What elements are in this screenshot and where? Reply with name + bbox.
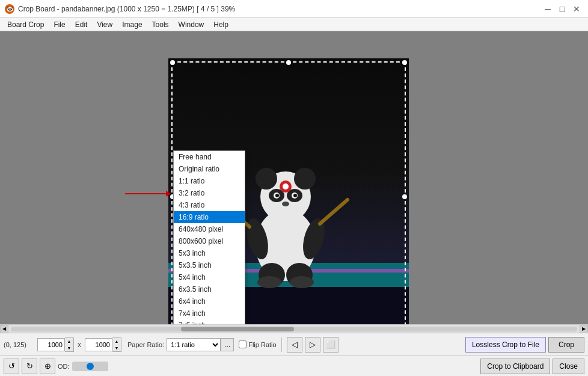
more-options-button[interactable]: ... (221, 338, 234, 351)
menu-help[interactable]: Help (209, 19, 233, 30)
dropdown-item[interactable]: 7x5 inch (174, 319, 245, 324)
menu-file[interactable]: File (49, 19, 70, 30)
flip-ratio-checkbox[interactable] (239, 341, 247, 348)
height-input[interactable] (85, 338, 112, 351)
crop-to-clipboard-btn[interactable]: Crop to Clipboard (480, 359, 550, 374)
arrow-indicator (125, 193, 167, 194)
window-title: Crop Board - pandabanner.jpg (1000 x 125… (18, 5, 541, 13)
arrow-left-btn[interactable]: ◁ (287, 337, 302, 353)
arrow-right-btn[interactable]: ▷ (305, 337, 320, 353)
dropdown-item[interactable]: 6x3.5 inch (174, 283, 245, 295)
dropdown-item[interactable]: 800x600 pixel (174, 235, 245, 247)
separator-1 (281, 337, 282, 352)
width-spin-down[interactable]: ▼ (65, 345, 73, 351)
dropdown-item[interactable]: Original ratio (174, 163, 245, 175)
dropdown-item[interactable]: 16:9 ratio (174, 211, 245, 223)
svg-point-6 (294, 168, 316, 190)
svg-point-15 (283, 183, 289, 190)
flip-ratio-label: Flip Ratio (248, 341, 276, 348)
menu-edit[interactable]: Edit (70, 19, 93, 30)
svg-point-13 (282, 202, 289, 206)
fullscreen-btn[interactable]: ⬜ (323, 337, 338, 353)
od-label: OD: (58, 363, 70, 370)
dropdown-item[interactable]: Free hand (174, 151, 245, 163)
scroll-left-btn[interactable]: ◀ (0, 325, 8, 333)
od-slider[interactable] (72, 362, 108, 371)
center-btn[interactable]: ⊕ (40, 359, 55, 374)
arrow-line (125, 193, 167, 194)
menu-image[interactable]: Image (117, 19, 147, 30)
scroll-right-btn[interactable]: ▶ (580, 325, 588, 333)
ratio-select[interactable]: Free handOriginal ratio1:1 ratio3:2 rati… (167, 338, 221, 351)
dropdown-item[interactable]: 6x4 inch (174, 295, 245, 307)
dropdown-item[interactable]: 7x4 inch (174, 307, 245, 319)
x-separator: x (76, 341, 82, 349)
dropdown-item[interactable]: 3:2 ratio (174, 187, 245, 199)
menu-tools[interactable]: Tools (147, 19, 174, 30)
svg-point-5 (256, 168, 277, 190)
svg-point-23 (290, 276, 314, 288)
flip-ratio-checkbox-wrapper: Flip Ratio (239, 341, 276, 348)
ratio-select-wrapper: Free handOriginal ratio1:1 ratio3:2 rati… (167, 338, 234, 351)
dropdown-item[interactable]: 4:3 ratio (174, 199, 245, 211)
horizontal-scrollbar[interactable]: ◀ ▶ (0, 324, 588, 333)
height-spin-up[interactable]: ▲ (112, 338, 121, 345)
coord-display: (0, 125) (4, 341, 35, 348)
rotate-cw-btn[interactable]: ↻ (22, 359, 37, 374)
dropdown-item[interactable]: 5x4 inch (174, 271, 245, 283)
width-spin-buttons: ▲ ▼ (65, 337, 74, 352)
svg-point-12 (293, 194, 297, 197)
svg-point-22 (257, 276, 281, 288)
dropdown-item[interactable]: 5x3 inch (174, 247, 245, 259)
od-section: OD: (58, 362, 108, 371)
width-input[interactable] (37, 338, 65, 351)
dropdown-item[interactable]: 640x480 pixel (174, 223, 245, 235)
restore-button[interactable]: □ (556, 2, 569, 16)
app-icon: 🐼 (5, 4, 14, 14)
width-spinbox: ▲ ▼ (37, 337, 74, 352)
svg-point-11 (275, 194, 279, 197)
svg-line-19 (320, 200, 348, 224)
height-spinbox: ▲ ▼ (85, 337, 121, 352)
height-spin-buttons: ▲ ▼ (112, 337, 121, 352)
dropdown-item[interactable]: 5x3.5 inch (174, 259, 245, 271)
height-spin-down[interactable]: ▼ (112, 345, 121, 351)
menu-view[interactable]: View (92, 19, 117, 30)
canvas-area[interactable]: Free handOriginal ratio1:1 ratio3:2 rati… (0, 31, 588, 324)
bottom-toolbar-1: (0, 125) ▲ ▼ x ▲ ▼ Paper Ratio: Free han… (0, 333, 588, 356)
menubar: Board Crop File Edit View Image Tools Wi… (0, 18, 588, 31)
main-area: Free handOriginal ratio1:1 ratio3:2 rati… (0, 31, 588, 376)
lossless-crop-btn[interactable]: Lossless Crop to File (465, 337, 546, 353)
bottom-toolbar-2: ↺ ↻ ⊕ OD: Crop to Clipboard Close (0, 356, 588, 376)
dropdown-item[interactable]: 1:1 ratio (174, 175, 245, 187)
width-spin-up[interactable]: ▲ (65, 338, 73, 345)
scroll-track[interactable] (11, 327, 577, 331)
paper-ratio-label: Paper Ratio: (127, 341, 164, 348)
scroll-thumb[interactable] (181, 327, 294, 331)
close-window-button[interactable]: ✕ (570, 2, 583, 16)
rotate-ccw-btn[interactable]: ↺ (4, 359, 19, 374)
crop-button[interactable]: Crop (548, 337, 584, 353)
menu-window[interactable]: Window (174, 19, 209, 30)
minimize-button[interactable]: ─ (541, 2, 554, 16)
menu-board-crop[interactable]: Board Crop (2, 19, 49, 30)
window-controls: ─ □ ✕ (541, 2, 583, 16)
ratio-dropdown[interactable]: Free handOriginal ratio1:1 ratio3:2 rati… (173, 150, 245, 324)
close-btn[interactable]: Close (553, 359, 584, 374)
titlebar: 🐼 Crop Board - pandabanner.jpg (1000 x 1… (0, 0, 588, 18)
